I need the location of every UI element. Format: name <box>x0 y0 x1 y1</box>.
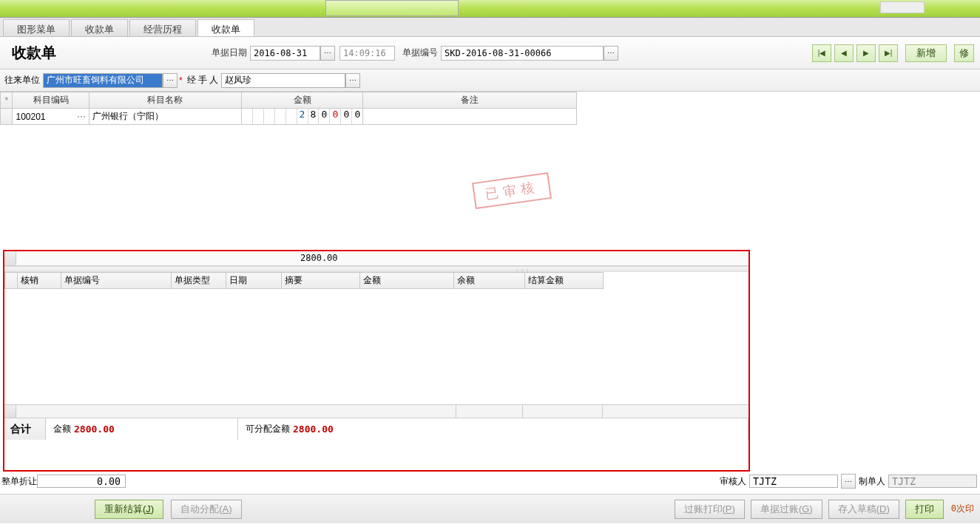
nav-last[interactable]: ▶| <box>879 44 898 62</box>
auditor-lookup-btn[interactable]: ⋯ <box>841 474 856 489</box>
handler-lookup-btn[interactable]: ⋯ <box>345 73 360 88</box>
rb-top-amount: 2800.00 <box>300 251 338 263</box>
company-input[interactable] <box>43 73 163 88</box>
tab-bar: 图形菜单 收款单 经营历程 收款单 <box>0 18 980 37</box>
tab-receipt-2[interactable]: 收款单 <box>197 19 254 36</box>
rb-top-marker <box>4 251 16 265</box>
tab-graphic-menu[interactable]: 图形菜单 <box>3 19 70 36</box>
account-grid: * 科目编码 科目名称 金额 备注 100201 ⋯ 广州银行（宁阳） 2 8 … <box>0 92 577 125</box>
nav-buttons: |◀ ◀ ▶ ▶| 新增 修 <box>812 44 974 62</box>
cell-name[interactable]: 广州银行（宁阳） <box>89 109 241 125</box>
page-title: 收款单 <box>12 43 56 63</box>
auditor-label: 审核人 <box>720 475 746 488</box>
postprint-key: P <box>726 503 732 514</box>
row-marker <box>1 109 13 125</box>
col-remark[interactable]: 备注 <box>363 92 577 109</box>
rb-splitter[interactable]: ⋮⋮⋮ <box>4 266 748 272</box>
autoalloc-button[interactable]: 自动分配(A) <box>171 500 241 519</box>
bottom-toolbar: 重新结算(J) 自动分配(A) 过账打印(P) 单据过账(G) 存入草稿(D) … <box>0 494 980 523</box>
rb-footer-row <box>4 404 748 418</box>
nav-prev[interactable]: ◀ <box>834 44 854 62</box>
required-star: * <box>179 75 183 86</box>
discount-label: 整单折让 <box>1 475 37 488</box>
grid1-row[interactable]: 100201 ⋯ 广州银行（宁阳） 2 8 0 0 0 0 <box>1 109 577 125</box>
d0 <box>242 109 253 124</box>
draft-key: D <box>879 503 886 514</box>
cell-amount[interactable]: 2 8 0 0 0 0 <box>241 109 363 125</box>
handler-input[interactable] <box>221 73 345 88</box>
banner-tag <box>880 1 925 13</box>
docno-lookup-btn[interactable]: ⋯ <box>604 46 618 61</box>
col-hexiao[interactable]: 核销 <box>17 273 61 289</box>
print-button[interactable]: 打印 <box>905 500 944 519</box>
col-name[interactable]: 科目名称 <box>89 92 241 109</box>
col-settle[interactable]: 结算金额 <box>524 273 603 289</box>
prev-icon: ◀ <box>841 49 847 57</box>
nav-first[interactable]: |◀ <box>812 44 831 62</box>
discount-input[interactable] <box>37 475 126 488</box>
tab-history[interactable]: 经营历程 <box>129 19 196 36</box>
col-balance[interactable]: 余额 <box>454 273 525 289</box>
first-icon: |◀ <box>818 49 826 57</box>
nav-next[interactable]: ▶ <box>856 44 876 62</box>
settlement-panel: 2800.00 ⋮⋮⋮ 核销 单据编号 单据类型 日期 摘要 金额 余额 结算金… <box>3 250 750 472</box>
total-amount-cell: 金额 2800.00 <box>46 418 238 440</box>
d3 <box>275 109 286 124</box>
postprint-button[interactable]: 过账打印(P) <box>675 500 745 519</box>
post-button[interactable]: 单据过账(G) <box>751 500 822 519</box>
audit-stamp: 已审核 <box>472 172 552 209</box>
party-row: 往来单位 ⋯ * 经 手 人 ⋯ <box>0 69 980 92</box>
header-bar: 收款单 单据日期 ⋯ 单据编号 ⋯ |◀ ◀ ▶ ▶| 新增 修 <box>0 37 980 69</box>
date-picker-btn[interactable]: ⋯ <box>320 46 335 61</box>
company-lookup-btn[interactable]: ⋯ <box>163 73 178 88</box>
auditor-input[interactable] <box>749 475 838 488</box>
print-count-suffix: 次印 <box>956 503 974 514</box>
col-date2[interactable]: 日期 <box>226 273 281 289</box>
cell-remark[interactable] <box>363 109 577 125</box>
autoalloc-text: 自动分配 <box>180 503 219 514</box>
date-input[interactable] <box>250 46 320 61</box>
post-text: 单据过账 <box>760 503 799 514</box>
d7: 0 <box>319 109 330 124</box>
docno-input[interactable] <box>441 46 604 61</box>
company-label: 往来单位 <box>4 74 40 86</box>
recalc-key: J <box>146 503 151 514</box>
print-count-num: 0 <box>951 503 956 514</box>
col-summary[interactable]: 摘要 <box>281 273 359 289</box>
maker-label: 制单人 <box>859 475 885 488</box>
banner-patch <box>325 0 459 16</box>
maker-input <box>888 475 977 488</box>
d10: 0 <box>352 109 362 124</box>
settlement-body <box>4 289 748 404</box>
add-button[interactable]: 新增 <box>905 44 947 62</box>
d6: 8 <box>308 109 320 124</box>
tab-receipt-1[interactable]: 收款单 <box>71 19 128 36</box>
code-text: 100201 <box>16 112 45 122</box>
col-docno2[interactable]: 单据编号 <box>61 273 172 289</box>
date-label: 单据日期 <box>212 47 247 59</box>
d8: 0 <box>330 109 341 124</box>
col-amount2[interactable]: 金额 <box>359 273 453 289</box>
draft-text: 存入草稿 <box>838 503 876 514</box>
draft-button[interactable]: 存入草稿(D) <box>828 500 899 519</box>
col-amount[interactable]: 金额 <box>241 92 363 109</box>
docno-label: 单据编号 <box>402 47 438 59</box>
print-count: 0次印 <box>951 503 974 515</box>
top-banner <box>0 0 980 18</box>
alloc-value: 2800.00 <box>293 424 334 435</box>
col-code[interactable]: 科目编码 <box>13 92 89 109</box>
d1 <box>253 109 264 124</box>
d9: 0 <box>341 109 352 124</box>
cell-code[interactable]: 100201 ⋯ <box>13 109 89 125</box>
grid1-corner: * <box>1 92 13 109</box>
rb-top-row: 2800.00 <box>4 251 748 266</box>
handler-label: 经 手 人 <box>187 74 219 86</box>
d2 <box>264 109 275 124</box>
recalc-button[interactable]: 重新结算(J) <box>95 500 163 519</box>
col-doctype[interactable]: 单据类型 <box>172 273 226 289</box>
postprint-text: 过账打印 <box>684 503 723 514</box>
autoalloc-key: A <box>223 503 229 514</box>
g2-corner <box>5 273 18 289</box>
time-input[interactable] <box>339 46 395 61</box>
edit-button[interactable]: 修 <box>954 44 974 62</box>
